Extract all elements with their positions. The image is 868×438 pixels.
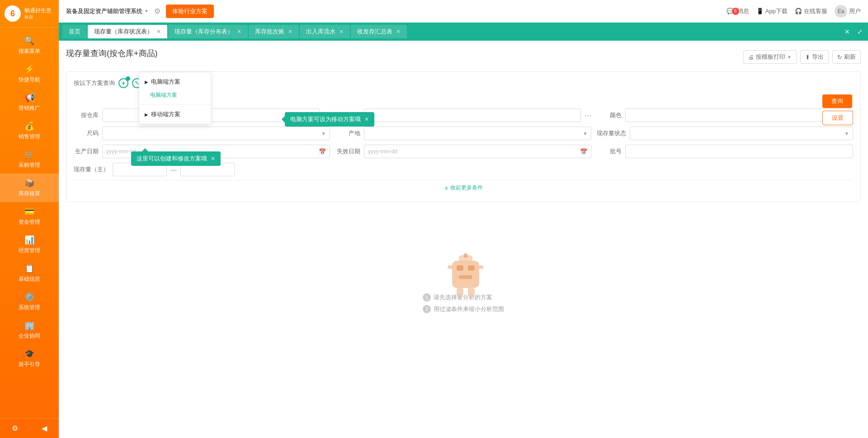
sidebar-item-operations[interactable]: 📊 经营管理 — [0, 231, 59, 259]
header: 装备及固定资产辅助管理系统 ▼ ⚙ 体验行业方案 💬 6 消息 📱 App下载 … — [59, 0, 868, 23]
empty-state: 1 请先选择要分析的方案 2 用过滤条件来缩小分析范围 — [66, 202, 861, 349]
filter-row-2: 尺码 ▼ 产地 ▼ 现存量状态 — [74, 127, 853, 140]
basic-icon: 📋 — [24, 264, 34, 273]
tooltip1-arrow — [278, 116, 285, 122]
filter-section: 按以下方案查询 + ✎ ← ▶ 电脑端方案 电脑 — [66, 71, 861, 202]
notification-action[interactable]: 💬 6 消息 — [726, 7, 749, 15]
tab-collect-summary[interactable]: 收发存汇总表 ✕ — [351, 25, 407, 38]
tooltip-scheme-mobile: 电脑方案可设为移动方案哦 ✕ — [285, 112, 374, 127]
trial-button[interactable]: 体验行业方案 — [166, 5, 214, 18]
add-scheme-dot — [126, 76, 130, 81]
chevron-up-icon: ∧ — [444, 185, 448, 191]
sidebar-item-search[interactable]: 🔍 搜索菜单 — [0, 31, 59, 60]
origin-select[interactable]: ▼ — [364, 127, 592, 140]
page-title: 现存量查询(按仓库+商品) — [66, 48, 158, 59]
header-left: 装备及固定资产辅助管理系统 ▼ ⚙ 体验行业方案 — [66, 5, 214, 18]
tooltip-create-scheme-close[interactable]: ✕ — [211, 155, 215, 162]
sidebar-settings-btn[interactable]: ⚙ — [12, 424, 18, 433]
tooltip2-arrow — [142, 145, 148, 151]
tab-right-controls: ✕ ⤢ — [843, 26, 864, 37]
query-button[interactable]: 查询 — [822, 94, 852, 108]
calendar-icon: 📅 — [319, 148, 326, 155]
svg-rect-6 — [457, 288, 463, 296]
sidebar-item-system[interactable]: ⚙️ 系统管理 — [0, 287, 59, 316]
maximize-btn[interactable]: ⤢ — [855, 26, 864, 37]
tab-inventory-dist[interactable]: 现存量（库存分布表） ✕ — [168, 25, 248, 38]
query-reset-buttons: 查询 设置 — [822, 94, 853, 125]
scheme-desktop-item[interactable]: 电脑端方案 — [139, 89, 211, 102]
scheme-panel: ▶ 电脑端方案 电脑端方案 ▶ 移动端方案 — [139, 72, 211, 124]
expire-date-label: 失效日期 — [335, 147, 360, 155]
sidebar: 6 畅通好生意 标版 🔍 搜索菜单 ⚡ 快捷导航 📢 营销推广 💰 销售管理 🛒… — [0, 0, 59, 438]
tab-close-batch[interactable]: ✕ — [288, 28, 292, 35]
settings-gear-icon[interactable]: ⚙ — [154, 7, 160, 15]
phone-icon: 📱 — [756, 8, 764, 14]
production-date-label: 生产日期 — [74, 147, 99, 155]
online-support-action[interactable]: 🎧 在线客服 — [795, 7, 827, 15]
range-separator: — — [170, 166, 177, 173]
goods-input[interactable] — [364, 108, 581, 122]
goods-dots-btn[interactable]: ··· — [585, 111, 591, 120]
color-select[interactable]: ▼ — [625, 108, 853, 122]
app-download-label: App下载 — [765, 7, 788, 15]
origin-label: 产地 — [335, 129, 360, 137]
tab-close-summary[interactable]: ✕ — [396, 28, 401, 35]
quick-nav-icon: ⚡ — [24, 64, 34, 74]
sidebar-item-guide[interactable]: 🎓 新手引导 — [0, 344, 59, 373]
logo-text: 畅通好生意 标版 — [24, 7, 52, 20]
sidebar-item-enterprise[interactable]: 🏢 企业协同 — [0, 316, 59, 344]
sidebar-item-basic[interactable]: 📋 基础信息 — [0, 259, 59, 287]
collapse-label: 收起更多条件 — [450, 184, 483, 192]
sidebar-logo: 6 畅通好生意 标版 — [0, 0, 59, 28]
system-title-dropdown[interactable]: 装备及固定资产辅助管理系统 ▼ — [66, 7, 149, 15]
export-button[interactable]: ⬆ 导出 — [800, 50, 829, 64]
batch-input[interactable] — [625, 145, 853, 158]
collapse-bar[interactable]: ∧ 收起更多条件 — [74, 180, 853, 195]
stock-status-select[interactable]: ▼ — [630, 127, 853, 140]
tab-home[interactable]: 首页 — [62, 25, 87, 38]
empty-illustration — [436, 238, 491, 288]
tab-batch-account[interactable]: 库存批次账 ✕ — [249, 25, 299, 38]
template-print-button[interactable]: 🖨 按模板打印 ▼ — [743, 50, 797, 64]
tooltip-create-scheme-text: 这里可以创建和修改方案哦 — [137, 155, 207, 163]
operations-icon: 📊 — [24, 235, 34, 245]
field-stock-status: 现存量状态 ▼ — [597, 127, 853, 140]
header-right: 💬 6 消息 📱 App下载 🎧 在线客服 Ea 用户 — [726, 5, 861, 18]
close-all-tabs-btn[interactable]: ✕ — [843, 26, 852, 37]
sidebar-item-purchase[interactable]: 🛒 采购管理 — [0, 145, 59, 174]
tab-in-out-flow[interactable]: 出入库流水 ✕ — [300, 25, 350, 38]
sidebar-item-marketing[interactable]: 📢 营销推广 — [0, 88, 59, 117]
sidebar-menu: 🔍 搜索菜单 ⚡ 快捷导航 📢 营销推广 💰 销售管理 🛒 采购管理 📦 库存核… — [0, 28, 59, 418]
tooltip-create-scheme: 这里可以创建和修改方案哦 ✕ — [131, 151, 221, 166]
scheme-mobile-header[interactable]: ▶ 移动端方案 — [139, 108, 211, 121]
tab-inventory-status[interactable]: 现存量（库存状况表） ✕ — [88, 25, 167, 38]
sidebar-item-quick-nav[interactable]: ⚡ 快捷导航 — [0, 60, 59, 88]
sidebar-collapse-btn[interactable]: ◀ — [42, 424, 47, 433]
tab-close-inventory-dist[interactable]: ✕ — [237, 28, 241, 35]
refresh-icon: ↻ — [837, 54, 842, 61]
size-select[interactable]: ▼ — [102, 127, 330, 140]
system-title: 装备及固定资产辅助管理系统 — [66, 7, 142, 15]
inventory-icon: 📦 — [24, 178, 34, 188]
tooltip-scheme-mobile-text: 电脑方案可设为移动方案哦 — [290, 115, 361, 123]
size-label: 尺码 — [74, 129, 99, 137]
sidebar-item-finance[interactable]: 💳 资金管理 — [0, 202, 59, 231]
calendar-icon2: 📅 — [580, 148, 587, 155]
expire-date-input[interactable]: yyyy-mm-dd 📅 — [364, 145, 592, 158]
tooltip-scheme-mobile-close[interactable]: ✕ — [364, 116, 369, 122]
robot-body — [445, 252, 481, 288]
app-download-action[interactable]: 📱 App下载 — [756, 7, 788, 15]
tab-close-inventory-status[interactable]: ✕ — [156, 28, 161, 35]
logo-icon: 6 — [5, 5, 21, 22]
dropdown-arrow-icon: ▼ — [144, 9, 149, 14]
sidebar-item-sales[interactable]: 💰 销售管理 — [0, 117, 59, 145]
scheme-desktop-header[interactable]: ▶ 电脑端方案 — [139, 75, 211, 89]
user-profile[interactable]: Ea 用户 — [835, 5, 861, 18]
tab-bar: 首页 现存量（库存状况表） ✕ 现存量（库存分布表） ✕ 库存批次账 ✕ 出入库… — [59, 23, 868, 41]
field-color: 颜色 ▼ — [597, 108, 853, 122]
svg-rect-1 — [457, 265, 463, 271]
refresh-button[interactable]: ↻ 刷新 — [832, 50, 861, 64]
reset-button[interactable]: 设置 — [822, 111, 853, 125]
sidebar-item-inventory[interactable]: 📦 库存核算 — [0, 174, 59, 202]
tab-close-flow[interactable]: ✕ — [339, 28, 344, 35]
